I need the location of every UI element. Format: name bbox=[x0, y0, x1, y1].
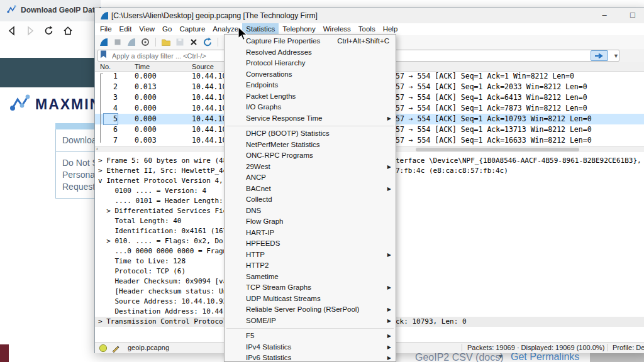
cell-no: 7 bbox=[104, 135, 118, 146]
cell-time: 0.000 bbox=[135, 124, 157, 135]
stop-capture-icon[interactable] bbox=[111, 36, 124, 48]
menu-item-label: SOME/IP bbox=[246, 317, 276, 324]
close-file-icon[interactable] bbox=[187, 36, 200, 48]
minimize-button[interactable]: – bbox=[594, 8, 615, 23]
menu-item-ipv6-statistics[interactable]: IPv6 Statistics▶ bbox=[225, 353, 396, 362]
statistics-menu: Capture File PropertiesCtrl+Alt+Shift+CR… bbox=[224, 34, 396, 362]
column-time[interactable]: Time bbox=[135, 63, 150, 70]
menu-item-f5[interactable]: F5▶ bbox=[225, 331, 396, 342]
menu-item-dhcp-bootp-statistics[interactable]: DHCP (BOOTP) Statistics bbox=[225, 128, 396, 140]
menu-item-conversations[interactable]: Conversations bbox=[225, 69, 396, 80]
submenu-arrow-icon: ▶ bbox=[387, 304, 391, 315]
back-icon[interactable] bbox=[5, 24, 19, 38]
menu-item-label: HTTP bbox=[246, 251, 265, 258]
menu-item-protocol-hierarchy[interactable]: Protocol Hierarchy bbox=[225, 58, 396, 69]
menu-item-label: HART-IP bbox=[246, 229, 274, 236]
detail-text: > Frame 5: 60 bytes on wire (48 bbox=[98, 156, 227, 166]
cell-time: 0.000 bbox=[135, 92, 157, 103]
column-no[interactable]: No. bbox=[100, 63, 111, 70]
menu-item-http2[interactable]: HTTP2 bbox=[225, 260, 396, 272]
packet-counts: Packets: 19069 · Displayed: 19069 (100.0… bbox=[467, 344, 604, 351]
title-bar[interactable]: [C:\Users\Alien\Desktop] geoip.pcapng [T… bbox=[95, 8, 644, 23]
menu-item-dns[interactable]: DNS bbox=[225, 206, 396, 217]
detail-text: Source Address: 10.44.10.92 bbox=[98, 297, 227, 307]
capture-file-name[interactable]: geoip.pcapng bbox=[128, 344, 169, 351]
menu-item-label: IPv4 Statistics bbox=[246, 343, 291, 351]
menu-item-label: HTTP2 bbox=[246, 261, 269, 269]
menu-item-bacnet[interactable]: BACnet▶ bbox=[225, 184, 396, 195]
cell-time: 0.000 bbox=[135, 103, 157, 114]
menu-item-flow-graph[interactable]: Flow Graph bbox=[225, 216, 396, 228]
menu-item-label: Reliable Server Pooling (RSerPool) bbox=[246, 305, 359, 313]
chevron-down-icon[interactable]: ▾ bbox=[499, 352, 502, 361]
menu-item-hpfeeds[interactable]: HPFEEDS bbox=[225, 238, 396, 250]
bookmark-icon[interactable] bbox=[99, 50, 108, 62]
menu-item-udp-multicast-streams[interactable]: UDP Multicast Streams bbox=[225, 293, 396, 305]
menu-item-label: IPv6 Statistics bbox=[246, 354, 291, 361]
menu-item-ancp[interactable]: ANCP bbox=[225, 172, 396, 184]
scroll-left-icon[interactable]: ‹ bbox=[96, 146, 98, 152]
menu-item-service-response-time[interactable]: Service Response Time▶ bbox=[225, 113, 396, 124]
apply-filter-button[interactable] bbox=[591, 50, 608, 61]
menu-item-onc-rpc-programs[interactable]: ONC-RPC Programs bbox=[225, 150, 396, 162]
save-file-icon[interactable] bbox=[174, 36, 186, 48]
column-source[interactable]: Source bbox=[192, 63, 214, 70]
menu-item-label: DNS bbox=[246, 207, 261, 214]
menu-item-resolved-addresses[interactable]: Resolved Addresses bbox=[225, 47, 396, 58]
cell-no: 1 bbox=[104, 71, 118, 82]
reload-file-icon[interactable] bbox=[201, 36, 214, 48]
scrollbar-thumb[interactable] bbox=[416, 148, 579, 151]
menu-edit[interactable]: Edit bbox=[116, 23, 136, 35]
menu-item-label: I/O Graphs bbox=[246, 103, 281, 111]
menu-item-ipv4-statistics[interactable]: IPv4 Statistics▶ bbox=[225, 342, 396, 353]
menu-file[interactable]: File bbox=[96, 23, 116, 35]
cell-no: 3 bbox=[104, 92, 118, 103]
submenu-arrow-icon: ▶ bbox=[387, 342, 391, 353]
filter-expression-caret-icon[interactable]: ▼ bbox=[613, 53, 619, 59]
menu-item-label: Flow Graph bbox=[246, 217, 283, 225]
menu-item-tcp-stream-graphs[interactable]: TCP Stream Graphs▶ bbox=[225, 282, 396, 293]
submenu-arrow-icon: ▶ bbox=[387, 250, 391, 261]
menu-item-29west[interactable]: 29West▶ bbox=[225, 162, 396, 173]
menu-item-some-ip[interactable]: SOME/IP▶ bbox=[225, 315, 396, 327]
window-title: [C:\Users\Alien\Desktop] geoip.pcapng [T… bbox=[111, 11, 318, 20]
expert-info-icon[interactable] bbox=[99, 344, 108, 354]
menu-item-http[interactable]: HTTP▶ bbox=[225, 250, 396, 261]
browser-nav-bar bbox=[0, 21, 101, 40]
menu-item-reliable-server-pooling-rserpool[interactable]: Reliable Server Pooling (RSerPool)▶ bbox=[225, 304, 396, 315]
capture-options-icon[interactable] bbox=[139, 36, 152, 48]
toolbar-separator bbox=[218, 38, 218, 47]
profile-label[interactable]: Profile: Default bbox=[613, 344, 644, 351]
menu-item-label: DHCP (BOOTP) Statistics bbox=[246, 129, 330, 137]
capture-comment-icon[interactable] bbox=[111, 344, 120, 354]
detail-text: 0100 .... = Version: 4 bbox=[98, 186, 206, 196]
menu-item-hart-ip[interactable]: HART-IP bbox=[225, 228, 396, 239]
geoip2-csv-link[interactable]: GeoIP2 CSV (docs) bbox=[415, 352, 504, 362]
menu-item-netperfmeter-statistics[interactable]: NetPerfMeter Statistics bbox=[225, 140, 396, 151]
menu-item-collectd[interactable]: Collectd bbox=[225, 194, 396, 206]
maximize-button[interactable]: □ bbox=[622, 8, 643, 23]
menu-item-label: NetPerfMeter Statistics bbox=[246, 141, 320, 148]
cell-time: 0.003 bbox=[135, 135, 157, 146]
menu-view[interactable]: View bbox=[135, 23, 158, 35]
detail-text: Total Length: 40 bbox=[98, 216, 181, 226]
menu-item-endpoints[interactable]: Endpoints bbox=[225, 80, 396, 91]
forward-icon[interactable] bbox=[23, 24, 37, 38]
menu-item-label: UDP Multicast Streams bbox=[246, 295, 321, 302]
restart-capture-icon[interactable] bbox=[125, 36, 138, 48]
menu-capture[interactable]: Capture bbox=[175, 23, 209, 35]
menu-item-i-o-graphs[interactable]: I/O Graphs bbox=[225, 102, 396, 113]
start-capture-icon[interactable] bbox=[97, 36, 110, 48]
page-footer-block bbox=[0, 344, 9, 362]
menu-item-sametime[interactable]: Sametime bbox=[225, 272, 396, 283]
refresh-icon[interactable] bbox=[42, 24, 56, 38]
maxmind-favicon-icon bbox=[7, 4, 17, 17]
detail-text: Destination Address: 10.44. bbox=[98, 307, 227, 317]
submenu-arrow-icon: ▶ bbox=[387, 331, 391, 342]
home-icon[interactable] bbox=[61, 24, 75, 38]
detail-text: Header Checksum: 0x9094 [va bbox=[98, 277, 227, 287]
menu-go[interactable]: Go bbox=[158, 23, 175, 35]
detail-text-right: 7:fb:4c (e8:ca:c8:57:fb:4c) bbox=[396, 166, 508, 176]
menu-item-packet-lengths[interactable]: Packet Lengths bbox=[225, 91, 396, 102]
open-file-icon[interactable] bbox=[160, 36, 172, 48]
